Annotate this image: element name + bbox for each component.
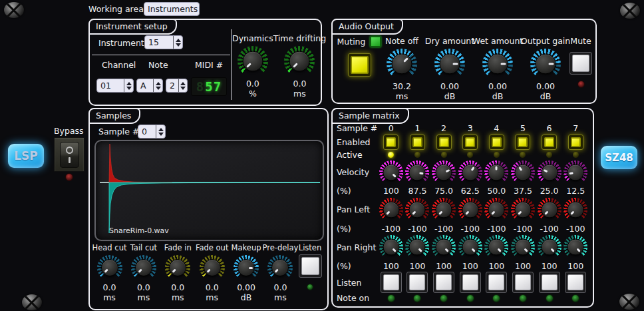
head-cut-knob[interactable] [97,255,122,280]
matrix-cell [484,294,510,302]
dry-amount-knob[interactable] [434,49,465,79]
note-spinbox[interactable]: A [136,79,163,93]
pan-left-value: -100 [484,224,510,234]
knob-cap [392,54,412,75]
note-off-knob[interactable] [387,49,417,79]
pan-left-knob[interactable] [484,198,508,222]
velocity-knob[interactable] [379,160,403,184]
octave-spinbox[interactable]: 2 [166,79,188,93]
knob-indicator [238,260,254,276]
listen-button[interactable] [486,272,507,293]
enabled-button[interactable] [436,135,452,150]
velocity-knob[interactable] [564,160,587,184]
pan-left-knob[interactable] [511,198,535,222]
enabled-button[interactable] [462,135,478,150]
velocity-value: 62.5 [457,186,484,196]
velocity-knob[interactable] [484,160,508,184]
pan-right-knob[interactable] [405,235,429,259]
pan-right-cell [378,235,404,259]
pan-right-knob[interactable] [484,235,508,259]
listen-button[interactable] [433,272,454,293]
note-on-led [519,294,527,302]
time-drifting-cell: Time drifting0.0ms [273,33,327,99]
pan-right-knob[interactable] [538,235,562,259]
output-gain-knob[interactable] [530,49,561,79]
pan-left-knob[interactable] [379,198,403,222]
pre-delay-knob[interactable] [267,255,293,280]
time-drifting-knob[interactable] [284,46,315,77]
velocity-value: 100 [378,186,404,196]
note-off-cell: Note off30.2ms [378,36,426,101]
spin-arrows-icon[interactable] [124,79,133,92]
pan-left-knob[interactable] [564,198,587,222]
pan-right-knob[interactable] [511,235,535,259]
velocity-knob[interactable] [405,160,429,184]
pan-right-knob[interactable] [564,235,587,259]
velocity-knob[interactable] [458,160,482,184]
muting-button[interactable] [348,53,371,77]
active-led [414,152,420,158]
pan-left-knob[interactable] [405,198,429,222]
enabled-button[interactable] [383,135,399,150]
lsp-logo[interactable]: LSP [8,144,44,168]
dry-amount-unit: dB [444,91,456,101]
enabled-button[interactable] [489,135,504,150]
spin-arrows-icon[interactable] [153,79,162,92]
enabled-button[interactable] [410,135,425,150]
pan-right-knob[interactable] [379,235,403,259]
knob-indicator [489,164,504,180]
listen-button[interactable] [406,272,428,293]
pan-right-knob[interactable] [458,235,482,259]
bypass-switch[interactable] [54,137,84,172]
matrix-note-on-label: Note on [337,293,378,303]
pre-delay-label: Pre-delay [263,243,299,252]
group-title: Samples [88,108,140,124]
waveform-display[interactable]: SnareRim-0.wav [94,140,324,241]
waveform-right-channel [109,182,320,233]
spin-arrows-icon[interactable] [173,36,182,49]
dynamics-cell: Dynamics0.0% [232,33,273,99]
instrument-number-spinbox[interactable]: 15 [144,35,183,49]
working-area-combo[interactable]: Instruments [144,2,200,16]
listen-button-face [462,274,478,290]
sample-column-header: 5 [510,123,536,133]
matrix-cell [536,152,563,158]
dynamics-knob[interactable] [238,46,268,77]
enabled-button[interactable] [542,135,557,150]
listen-button[interactable] [565,272,586,293]
mute-button[interactable] [569,52,592,75]
matrix-sample-label: Sample # [337,123,378,133]
listen-button[interactable] [512,272,534,293]
pan-right-knob[interactable] [432,235,456,259]
listen-button[interactable] [539,272,560,293]
pan-left-value: -100 [536,224,563,234]
pan-left-knob[interactable] [432,198,456,222]
wet-amount-knob[interactable] [482,49,513,79]
velocity-knob[interactable] [511,160,535,184]
spin-arrows-icon[interactable] [156,125,165,138]
makeup-knob[interactable] [234,255,259,280]
velocity-knob[interactable] [432,160,456,184]
matrix-cell [404,294,431,302]
listen-button[interactable] [381,272,402,293]
enabled-button[interactable] [568,135,583,150]
spin-arrows-icon[interactable] [178,79,187,92]
pan-left-knob[interactable] [458,198,482,222]
pan-left-knob[interactable] [538,198,562,222]
knob-cap [541,239,558,256]
sample-number-spinbox[interactable]: 0 [138,125,166,139]
matrix-listen-label: Listen [337,278,378,288]
fade-in-knob[interactable] [165,255,190,280]
listen-button[interactable] [460,272,481,293]
tail-cut-unit: ms [138,292,150,302]
wet-amount-value: 0.00 [488,82,507,91]
midi-label: MIDI # [195,60,223,70]
enabled-button[interactable] [515,135,530,150]
listen-button-face [542,274,558,290]
matrix-cell [484,135,510,150]
fade-out-knob[interactable] [200,255,225,280]
tail-cut-knob[interactable] [131,255,156,280]
velocity-knob[interactable] [538,160,562,184]
sample-listen-button[interactable] [299,254,322,278]
channel-spinbox[interactable]: 01 [96,79,134,93]
